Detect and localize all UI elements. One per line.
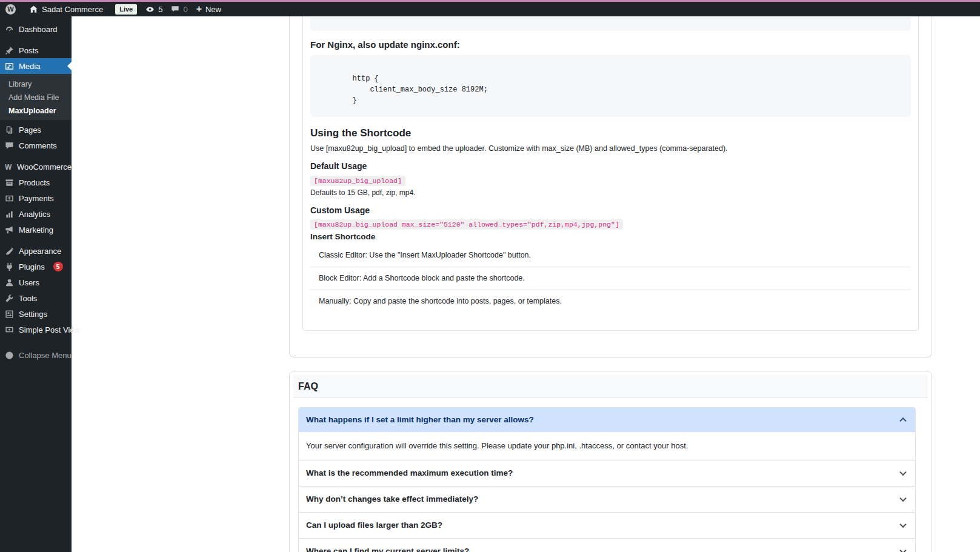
screen-view-icon: [5, 325, 14, 334]
wrench-icon: [5, 294, 14, 303]
sidebar-item-pages[interactable]: Pages: [0, 122, 72, 138]
sidebar-label: Settings: [19, 310, 47, 319]
site-link[interactable]: Sadat Commerce: [25, 2, 107, 16]
nginx-heading: For Nginx, also update nginx.conf:: [310, 39, 911, 50]
faq-accordion: What happens if I set a limit higher tha…: [298, 407, 916, 552]
sidebar-item-tools[interactable]: Tools: [0, 290, 72, 306]
sidebar-item-posts[interactable]: Posts: [0, 42, 72, 58]
faq-question-text: Where can I find my current server limit…: [306, 547, 469, 552]
pushpin-icon: [5, 46, 14, 55]
chevron-up-icon: [899, 417, 906, 424]
sidebar-label: Collapse Menu: [19, 351, 72, 360]
sidebar-label: Analytics: [19, 210, 50, 219]
faq-question-4[interactable]: Can I upload files larger than 2GB?: [299, 513, 915, 538]
faq-title: FAQ: [298, 381, 318, 392]
chevron-down-icon: [899, 547, 906, 552]
views-eye-icon: [145, 5, 155, 14]
insert-methods-list: Classic Editor: Use the "Insert MaxUploa…: [310, 244, 911, 313]
comments-icon: [5, 141, 14, 150]
sidebar-label: Payments: [19, 194, 54, 203]
user-icon: [5, 278, 14, 287]
sidebar-label: Plugins: [19, 262, 45, 271]
documentation-card: For Nginx, also update nginx.conf: http …: [289, 16, 932, 357]
sidebar-label: Appearance: [19, 247, 61, 256]
sidebar-item-payments[interactable]: Payments: [0, 190, 72, 206]
default-usage-heading: Default Usage: [310, 161, 911, 171]
woocommerce-icon: [5, 162, 12, 171]
sidebar-item-dashboard[interactable]: Dashboard: [0, 21, 72, 37]
sidebar-item-marketing[interactable]: Marketing: [0, 222, 72, 238]
submenu-item-maxuploader[interactable]: MaxUploader: [0, 104, 72, 118]
comment-bubble-icon: [171, 5, 179, 13]
custom-usage-heading: Custom Usage: [310, 205, 911, 215]
sidebar-label: Posts: [19, 46, 39, 55]
payments-card-icon: [5, 194, 14, 203]
collapse-menu-button[interactable]: Collapse Menu: [0, 347, 72, 363]
faq-item: Where can I find my current server limit…: [299, 539, 915, 552]
sidebar-item-products[interactable]: Products: [0, 175, 72, 190]
submenu-item-library[interactable]: Library: [0, 78, 72, 91]
active-item-notch: [67, 62, 72, 70]
sidebar-item-settings[interactable]: Settings: [0, 306, 72, 322]
comments-menu[interactable]: 0: [167, 2, 192, 16]
insert-method-block: Block Editor: Add a Shortcode block and …: [310, 267, 911, 290]
faq-question-text: What is the recommended maximum executio…: [306, 468, 513, 477]
live-badge: Live: [115, 4, 137, 15]
sidebar-separator: [0, 338, 72, 347]
updates-menu[interactable]: 5: [141, 2, 167, 16]
chevron-down-icon: [899, 469, 906, 476]
sidebar-label: Users: [19, 278, 39, 287]
new-label: New: [205, 5, 221, 14]
new-content-menu[interactable]: New: [192, 2, 225, 16]
site-name: Sadat Commerce: [42, 5, 103, 14]
sidebar-item-simple-post-view[interactable]: Simple Post View: [0, 322, 72, 338]
faq-question-5[interactable]: Where can I find my current server limit…: [299, 539, 915, 552]
faq-item: What is the recommended maximum executio…: [299, 461, 915, 487]
sidebar-item-plugins[interactable]: Plugins 5: [0, 259, 72, 274]
plug-icon: [5, 262, 14, 271]
top-accent-strip: [0, 0, 980, 2]
settings-sliders-icon: [5, 310, 14, 319]
sidebar-item-media[interactable]: Media: [0, 58, 72, 74]
admin-sidebar: Dashboard Posts Media Library Add Media …: [0, 16, 72, 552]
pages-icon: [5, 125, 14, 135]
default-usage-note: Defaults to 15 GB, pdf, zip, mp4.: [310, 188, 911, 198]
sidebar-label: Products: [19, 178, 50, 187]
faq-item: What happens if I set a limit higher tha…: [299, 408, 915, 461]
sidebar-item-analytics[interactable]: Analytics: [0, 206, 72, 222]
sidebar-separator: [0, 238, 72, 243]
insert-shortcode-heading: Insert Shortcode: [310, 232, 911, 241]
sidebar-item-appearance[interactable]: Appearance: [0, 243, 72, 259]
faq-question-text: What happens if I set a limit higher tha…: [306, 415, 534, 424]
media-submenu: Library Add Media File MaxUploader: [0, 74, 72, 120]
faq-header: FAQ: [293, 375, 928, 398]
sidebar-label: Comments: [19, 141, 57, 150]
faq-question-2[interactable]: What is the recommended maximum executio…: [299, 461, 915, 486]
sidebar-item-woocommerce[interactable]: WooCommerce: [0, 159, 72, 175]
dashboard-gauge-icon: [5, 25, 14, 34]
shortcode-heading: Using the Shortcode: [310, 127, 911, 139]
analytics-bars-icon: [5, 210, 14, 219]
sidebar-item-comments[interactable]: Comments: [0, 138, 72, 153]
sidebar-label: Pages: [19, 125, 41, 135]
sidebar-label: Simple Post View: [19, 325, 80, 334]
faq-question-3[interactable]: Why don’t changes take effect immediatel…: [299, 487, 915, 512]
custom-usage-row: [maxu82up_big_upload max_size="5120" all…: [310, 218, 911, 230]
shortcode-intro: Use [maxu82up_big_upload] to embed the u…: [310, 144, 911, 153]
faq-item: Can I upload files larger than 2GB?: [299, 513, 915, 539]
faq-item: Why don’t changes take effect immediatel…: [299, 487, 915, 513]
wp-logo-menu[interactable]: [1, 2, 20, 16]
custom-usage-code: [maxu82up_big_upload max_size="5120" all…: [310, 219, 623, 230]
submenu-item-add-media-file[interactable]: Add Media File: [0, 91, 72, 104]
code-block-cutoff: [310, 17, 911, 31]
faq-question-1[interactable]: What happens if I set a limit higher tha…: [299, 408, 915, 432]
admin-bar: Sadat Commerce Live 5 0 New: [0, 2, 980, 16]
nginx-code-block: http { client_max_body_size 8192M; }: [310, 55, 911, 117]
default-usage-row: [maxu82up_big_upload]: [310, 175, 911, 186]
live-indicator[interactable]: Live: [111, 2, 141, 16]
faq-question-text: Why don’t changes take effect immediatel…: [306, 494, 478, 504]
sidebar-label: WooCommerce: [17, 162, 72, 171]
sidebar-item-users[interactable]: Users: [0, 274, 72, 290]
faq-answer-1: Your server configuration will override …: [299, 432, 915, 460]
sidebar-label: Tools: [19, 294, 37, 303]
